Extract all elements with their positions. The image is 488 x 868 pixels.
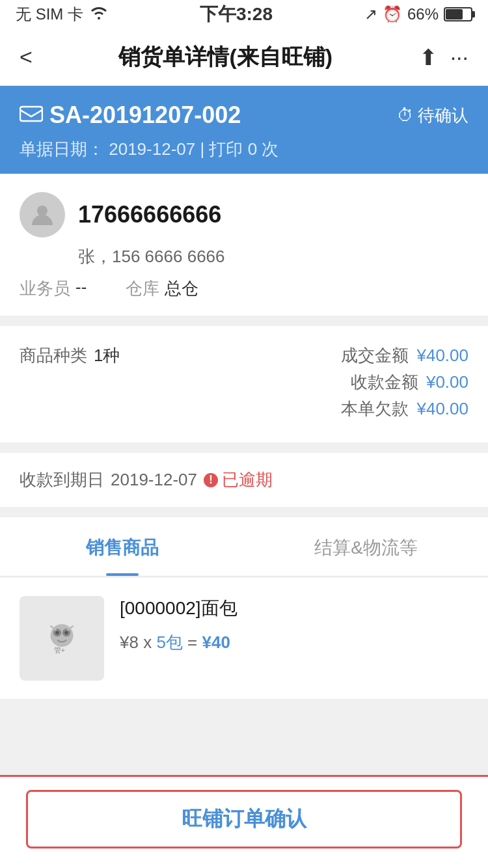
alarm-icon: ⏰ xyxy=(383,5,402,23)
page-title: 销货单详情(来自旺铺) xyxy=(118,42,332,72)
status-right: ↗ ⏰ 66% xyxy=(364,5,472,23)
order-header-card: SA-20191207-002 ⏱ 待确认 单据日期： 2019-12-07 |… xyxy=(0,86,488,174)
order-id-text: SA-20191207-002 xyxy=(49,102,241,129)
status-time: 下午3:28 xyxy=(200,2,273,27)
warehouse-item: 仓库 总仓 xyxy=(126,277,198,300)
clock-icon: ⏱ xyxy=(397,105,414,126)
status-text: 待确认 xyxy=(418,104,468,127)
customer-section: 17666666666 张，156 6666 6666 业务员 -- 仓库 总仓 xyxy=(0,174,488,316)
wifi-icon xyxy=(90,5,108,23)
product-price-row: ¥8 x 5包 = ¥40 xyxy=(120,631,468,654)
date-label: 单据日期： xyxy=(20,139,104,159)
tabs-section: 销售商品 结算&物流等 xyxy=(0,517,488,576)
customer-meta: 业务员 -- 仓库 总仓 xyxy=(20,277,468,300)
svg-point-6 xyxy=(64,631,68,634)
print-info: | 打印 0 次 xyxy=(200,139,278,159)
svg-rect-0 xyxy=(20,107,42,121)
product-qty: 5包 xyxy=(156,632,182,652)
salesman-item: 业务员 -- xyxy=(20,277,87,300)
share-button[interactable]: ⬆ xyxy=(419,44,437,70)
date-value: 2019-12-07 xyxy=(109,139,195,159)
overdue-text: 已逾期 xyxy=(222,468,273,491)
status-bar: 无 SIM 卡 下午3:28 ↗ ⏰ 66% xyxy=(0,0,488,29)
product-type-row: 商品种类 1种 xyxy=(20,344,120,367)
customer-phone: 17666666666 xyxy=(78,201,221,228)
table-row: 管+ [0000002]面包 ¥8 x 5包 = ¥40 xyxy=(0,578,488,699)
due-date-value: 2019-12-07 xyxy=(111,470,197,490)
tab-settlement[interactable]: 结算&物流等 xyxy=(244,517,488,576)
amount-value-2: ¥40.00 xyxy=(416,399,468,419)
amount-value-1: ¥0.00 xyxy=(426,372,468,392)
due-date-label: 收款到期日 xyxy=(20,468,104,491)
back-button[interactable]: < xyxy=(20,44,33,70)
battery-label: 66% xyxy=(407,5,439,23)
salesman-label: 业务员 xyxy=(20,277,70,300)
avatar xyxy=(20,192,65,237)
location-icon: ↗ xyxy=(364,5,377,23)
product-list: 管+ [0000002]面包 ¥8 x 5包 = ¥40 xyxy=(0,578,488,699)
order-header-top: SA-20191207-002 ⏱ 待确认 xyxy=(20,102,468,129)
tab-settlement-label: 结算&物流等 xyxy=(314,537,418,558)
salesman-value: -- xyxy=(75,277,87,300)
product-price: ¥8 x xyxy=(120,632,156,652)
amount-row-0: 成交金额 ¥40.00 xyxy=(341,344,468,367)
svg-text:管+: 管+ xyxy=(54,646,65,654)
status-left: 无 SIM 卡 xyxy=(16,4,108,25)
product-thumbnail: 管+ xyxy=(20,596,104,681)
overdue-icon: ! xyxy=(204,473,218,487)
order-icon xyxy=(20,103,43,128)
due-date-section: 收款到期日 2019-12-07 ! 已逾期 xyxy=(0,453,488,507)
battery-icon xyxy=(444,7,472,21)
order-date-row: 单据日期： 2019-12-07 | 打印 0 次 xyxy=(20,138,468,161)
product-info: [0000002]面包 ¥8 x 5包 = ¥40 xyxy=(120,596,468,681)
summary-section: 商品种类 1种 成交金额 ¥40.00 收款金额 ¥0.00 本单欠款 ¥40.… xyxy=(0,326,488,442)
warehouse-value: 总仓 xyxy=(165,277,198,300)
product-name: [0000002]面包 xyxy=(120,596,468,621)
product-type-label: 商品种类 xyxy=(20,344,87,367)
product-equals: = xyxy=(187,632,202,652)
confirm-order-button[interactable]: 旺铺订单确认 xyxy=(26,790,462,848)
more-button[interactable]: ··· xyxy=(450,44,468,70)
order-id: SA-20191207-002 xyxy=(20,102,241,129)
nav-bar: < 销货单详情(来自旺铺) ⬆ ··· xyxy=(0,29,488,86)
customer-name: 张，156 6666 6666 xyxy=(20,245,468,268)
svg-point-1 xyxy=(37,206,47,216)
warehouse-label: 仓库 xyxy=(126,277,159,300)
svg-point-5 xyxy=(55,631,59,634)
tab-sales-products[interactable]: 销售商品 xyxy=(0,517,244,576)
nav-actions: ⬆ ··· xyxy=(419,44,468,70)
tab-sales-label: 销售商品 xyxy=(86,537,159,558)
product-total: ¥40 xyxy=(202,632,230,652)
product-type-value: 1种 xyxy=(94,344,120,367)
amount-label-1: 收款金额 xyxy=(351,371,418,394)
carrier-label: 无 SIM 卡 xyxy=(16,4,83,25)
amount-row-2: 本单欠款 ¥40.00 xyxy=(341,398,468,420)
summary-amounts: 成交金额 ¥40.00 收款金额 ¥0.00 本单欠款 ¥40.00 xyxy=(341,344,468,424)
amount-value-0: ¥40.00 xyxy=(416,346,468,366)
amount-row-1: 收款金额 ¥0.00 xyxy=(341,371,468,394)
customer-row: 17666666666 xyxy=(20,192,468,237)
summary-row: 商品种类 1种 成交金额 ¥40.00 收款金额 ¥0.00 本单欠款 ¥40.… xyxy=(20,344,468,424)
amount-label-2: 本单欠款 xyxy=(341,398,409,420)
order-status: ⏱ 待确认 xyxy=(397,104,468,127)
amount-label-0: 成交金额 xyxy=(341,344,409,367)
overdue-badge: ! 已逾期 xyxy=(204,468,273,491)
confirm-button-wrapper: 旺铺订单确认 xyxy=(0,775,488,868)
